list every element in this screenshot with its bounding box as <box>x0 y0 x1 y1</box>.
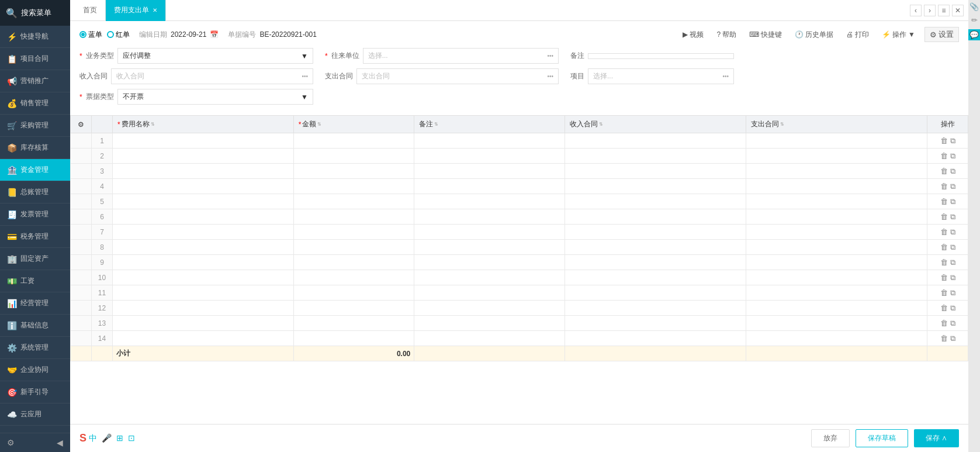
settings-icon[interactable]: ⚙ <box>7 438 15 447</box>
delete-icon-5[interactable]: 🗑 <box>940 197 948 206</box>
cell-name-7[interactable] <box>113 225 294 240</box>
delete-icon-9[interactable]: 🗑 <box>940 258 948 267</box>
tab-home[interactable]: 首页 <box>75 0 106 21</box>
sidebar-item-ledger-mgmt[interactable]: 📒总账管理 <box>0 181 70 203</box>
cell-amount-2[interactable] <box>293 149 414 164</box>
cell-amount-9[interactable] <box>293 255 414 270</box>
cell-amount-10[interactable] <box>293 270 414 285</box>
blue-bill-radio[interactable]: 蓝单 <box>79 30 102 40</box>
cell-expense-14[interactable] <box>746 331 927 346</box>
cell-income-4[interactable] <box>565 179 746 194</box>
history-btn[interactable]: 🕐 历史单据 <box>791 29 837 41</box>
tab-expense[interactable]: 费用支出单 ✕ <box>106 0 166 21</box>
delete-icon-14[interactable]: 🗑 <box>940 334 948 343</box>
cell-expense-5[interactable] <box>746 194 927 209</box>
cell-expense-1[interactable] <box>746 133 927 149</box>
copy-icon-12[interactable]: ⧉ <box>950 303 955 313</box>
cell-income-2[interactable] <box>565 149 746 164</box>
sidebar-item-tax-mgmt[interactable]: 💳税务管理 <box>0 226 70 248</box>
sidebar-item-payroll[interactable]: 💵工资 <box>0 270 70 292</box>
cell-name-9[interactable] <box>113 255 294 270</box>
edit-note-icon[interactable]: ✏ <box>971 16 978 25</box>
cell-expense-7[interactable] <box>746 225 927 240</box>
sidebar-item-sales-mgmt[interactable]: 💰销售管理 <box>0 92 70 115</box>
discard-button[interactable]: 放弃 <box>811 429 850 447</box>
cell-income-13[interactable] <box>565 316 746 331</box>
copy-icon-13[interactable]: ⧉ <box>950 319 955 328</box>
cell-amount-3[interactable] <box>293 164 414 179</box>
partner-input[interactable]: 选择... ••• <box>363 48 559 64</box>
cell-note-10[interactable] <box>414 270 565 285</box>
cell-note-6[interactable] <box>414 209 565 225</box>
cell-amount-11[interactable] <box>293 285 414 301</box>
sidebar-item-quick-nav[interactable]: ⚡快捷导航 <box>0 26 70 48</box>
paperclip-icon[interactable]: 📎 <box>969 2 979 11</box>
cell-note-14[interactable] <box>414 331 565 346</box>
sidebar-item-new-guide[interactable]: 🎯新手引导 <box>0 381 70 403</box>
copy-icon-11[interactable]: ⧉ <box>950 288 955 298</box>
print-btn[interactable]: 🖨 打印 <box>843 29 872 41</box>
cell-amount-4[interactable] <box>293 179 414 194</box>
tab-list-btn[interactable]: ≡ <box>938 5 950 16</box>
cell-income-12[interactable] <box>565 301 746 316</box>
ops-btn[interactable]: ⚡ 操作 ▼ <box>878 29 919 41</box>
cell-income-10[interactable] <box>565 270 746 285</box>
cell-name-10[interactable] <box>113 270 294 285</box>
save-button[interactable]: 保存 ∧ <box>914 429 959 447</box>
cell-name-14[interactable] <box>113 331 294 346</box>
shortcut-btn[interactable]: ⌨ 快捷键 <box>746 29 785 41</box>
table-icon[interactable]: ⊞ <box>116 433 123 444</box>
calendar-icon[interactable]: 📅 <box>210 30 219 39</box>
cell-amount-13[interactable] <box>293 316 414 331</box>
cell-note-9[interactable] <box>414 255 565 270</box>
tab-close-all[interactable]: ✕ <box>952 5 964 16</box>
delete-icon-12[interactable]: 🗑 <box>940 303 948 312</box>
cell-amount-8[interactable] <box>293 240 414 255</box>
copy-icon-1[interactable]: ⧉ <box>950 136 955 146</box>
cell-note-8[interactable] <box>414 240 565 255</box>
tab-close-icon[interactable]: ✕ <box>153 7 157 13</box>
cell-expense-11[interactable] <box>746 285 927 301</box>
cell-amount-14[interactable] <box>293 331 414 346</box>
cell-note-2[interactable] <box>414 149 565 164</box>
sidebar-item-invoice-mgmt[interactable]: 🧾发票管理 <box>0 203 70 226</box>
copy-icon-7[interactable]: ⧉ <box>950 227 955 237</box>
delete-icon-10[interactable]: 🗑 <box>940 273 948 282</box>
delete-icon-8[interactable]: 🗑 <box>940 243 948 251</box>
delete-icon-3[interactable]: 🗑 <box>940 167 948 175</box>
cell-amount-5[interactable] <box>293 194 414 209</box>
invoice-type-select[interactable]: 不开票 ▼ <box>117 89 313 105</box>
zhong-icon[interactable]: 中 <box>89 433 97 444</box>
settings-btn[interactable]: ⚙ 设置 <box>924 27 959 42</box>
copy-icon-2[interactable]: ⧉ <box>950 151 955 161</box>
cell-income-14[interactable] <box>565 331 746 346</box>
sidebar-item-enterprise[interactable]: 🤝企业协同 <box>0 359 70 381</box>
cell-amount-1[interactable] <box>293 133 414 149</box>
cell-name-13[interactable] <box>113 316 294 331</box>
cell-note-13[interactable] <box>414 316 565 331</box>
tab-nav-prev[interactable]: ‹ <box>910 5 922 16</box>
delete-icon-1[interactable]: 🗑 <box>940 136 948 145</box>
sidebar-item-project-contract[interactable]: 📋项目合同 <box>0 48 70 70</box>
sidebar-item-inventory[interactable]: 📦库存核算 <box>0 137 70 159</box>
sidebar-item-purchase-mgmt[interactable]: 🛒采购管理 <box>0 115 70 137</box>
cell-income-3[interactable] <box>565 164 746 179</box>
project-input[interactable]: 选择... ••• <box>588 68 734 84</box>
cell-income-6[interactable] <box>565 209 746 225</box>
business-type-select[interactable]: 应付调整 ▼ <box>117 48 313 64</box>
project-more-icon[interactable]: ••• <box>722 73 729 80</box>
expense-sort-icon[interactable]: ⇅ <box>780 122 784 127</box>
cell-note-1[interactable] <box>414 133 565 149</box>
red-bill-radio[interactable]: 红单 <box>107 30 130 40</box>
cell-expense-4[interactable] <box>746 179 927 194</box>
cell-expense-8[interactable] <box>746 240 927 255</box>
collapse-icon[interactable]: ◀ <box>57 438 63 447</box>
cell-income-9[interactable] <box>565 255 746 270</box>
copy-icon-5[interactable]: ⧉ <box>950 197 955 206</box>
cell-amount-12[interactable] <box>293 301 414 316</box>
sidebar-item-ops-mgmt[interactable]: 📊经营管理 <box>0 292 70 315</box>
income-sort-icon[interactable]: ⇅ <box>599 122 603 127</box>
sidebar-item-sys-mgmt[interactable]: ⚙️系统管理 <box>0 337 70 359</box>
save-draft-button[interactable]: 保存草稿 <box>856 429 908 447</box>
cell-expense-13[interactable] <box>746 316 927 331</box>
